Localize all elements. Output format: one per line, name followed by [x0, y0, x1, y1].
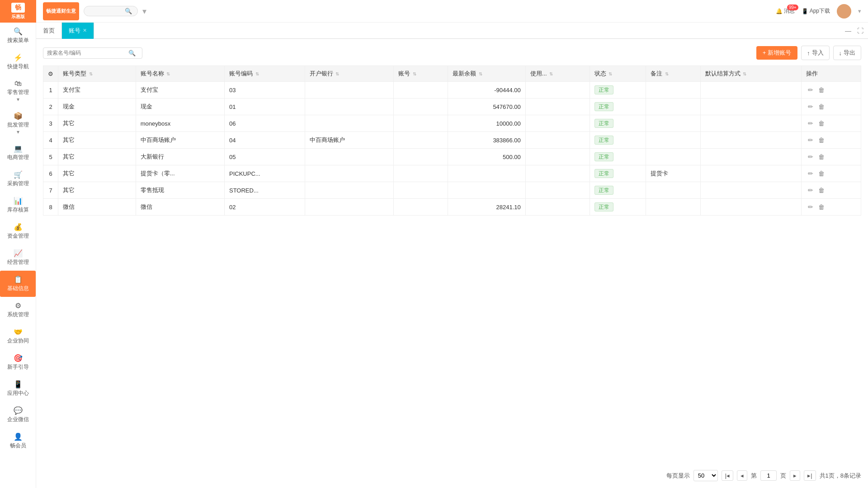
account-search-input[interactable] — [47, 50, 128, 56]
cell-status: 正常 — [590, 115, 646, 132]
page-first-button[interactable]: |◂ — [722, 470, 733, 481]
export-label: 导出 — [844, 49, 855, 57]
col-bank[interactable]: 开户银行 ⇅ — [305, 66, 393, 82]
top-logo-text: 畅捷通财生意 — [46, 8, 76, 14]
search-icon: 🔍 — [128, 50, 136, 56]
page-label: 第 — [751, 472, 757, 480]
page-number-input[interactable] — [760, 470, 777, 481]
account-search-box[interactable]: 🔍 — [43, 47, 142, 59]
sidebar-item-ecommerce[interactable]: 💻 电商管理 — [0, 140, 36, 166]
export-button[interactable]: ↓ 导出 — [833, 46, 862, 60]
user-avatar[interactable] — [837, 4, 851, 19]
col-code[interactable]: 账号编码 ⇅ — [224, 66, 305, 82]
sidebar-item-search[interactable]: 🔍 搜索菜单 — [0, 23, 36, 49]
status-badge: 正常 — [594, 119, 613, 128]
sidebar-item-label: 经营管理 — [2, 258, 33, 266]
cell-type: 其它 — [58, 165, 136, 182]
sidebar-item-label: 批发管理 — [2, 121, 33, 129]
delete-button[interactable]: 🗑 — [816, 102, 826, 111]
topbar-chevron-icon[interactable]: ▾ — [142, 6, 146, 16]
tab-minimize-button[interactable]: — — [843, 26, 854, 36]
table-row: 8 微信 微信 02 28241.10 正常 ✏ 🗑 — [43, 199, 861, 216]
col-balance-label: 最新余额 — [453, 70, 476, 77]
edit-button[interactable]: ✏ — [806, 136, 815, 145]
col-name[interactable]: 账号名称 ⇅ — [136, 66, 224, 82]
sidebar-item-member[interactable]: 👤 畅会员 — [0, 428, 36, 454]
col-code-label: 账号编码 — [229, 70, 253, 77]
delete-button[interactable]: 🗑 — [816, 85, 826, 94]
cell-name: 微信 — [136, 199, 224, 216]
tab-account[interactable]: 账号 ✕ — [62, 23, 94, 39]
sidebar-item-finance[interactable]: 💰 资金管理 — [0, 218, 36, 244]
sidebar-item-inventory[interactable]: 📊 库存核算 — [0, 192, 36, 218]
col-remark-label: 备注 — [651, 70, 662, 77]
sidebar-item-guide[interactable]: 🎯 新手引导 — [0, 349, 36, 375]
message-button[interactable]: 🔔 消息 99+ — [776, 7, 795, 15]
sidebar-item-purchase[interactable]: 🛒 采购管理 — [0, 166, 36, 192]
cell-action: ✏ 🗑 — [801, 99, 861, 115]
sidebar-item-enterprise[interactable]: 🤝 企业协同 — [0, 323, 36, 349]
tab-close-icon[interactable]: ✕ — [83, 28, 87, 33]
tab-maximize-button[interactable]: ⛶ — [855, 26, 866, 36]
cell-code: 03 — [224, 82, 305, 99]
page-next-button[interactable]: ▸ — [790, 470, 800, 481]
sidebar-item-appcenter[interactable]: 📱 应用中心 — [0, 375, 36, 402]
system-icon: ⚙ — [2, 301, 33, 310]
col-remark[interactable]: 备注 ⇅ — [646, 66, 700, 82]
edit-button[interactable]: ✏ — [806, 202, 815, 211]
page-prev-button[interactable]: ◂ — [737, 470, 747, 481]
cell-type: 微信 — [58, 199, 136, 216]
edit-button[interactable]: ✏ — [806, 186, 815, 195]
edit-button[interactable]: ✏ — [806, 152, 815, 161]
edit-button[interactable]: ✏ — [806, 119, 815, 128]
table-row: 4 其它 中百商场账户 04 中百商场账户 383866.00 正常 ✏ 🗑 — [43, 132, 861, 149]
sidebar-item-label: 搜索菜单 — [2, 37, 33, 44]
col-status[interactable]: 状态 ⇅ — [590, 66, 646, 82]
page-size-select[interactable]: 50 100 200 — [693, 470, 718, 481]
cell-settle — [700, 165, 801, 182]
retail-icon: 🛍 — [2, 80, 33, 88]
user-chevron-icon[interactable]: ▾ — [858, 8, 861, 14]
edit-button[interactable]: ✏ — [806, 169, 815, 178]
import-button[interactable]: ↑ 导入 — [801, 46, 830, 60]
delete-button[interactable]: 🗑 — [816, 119, 826, 128]
col-usage[interactable]: 使用... ⇅ — [525, 66, 590, 82]
col-type[interactable]: 账号类型 ⇅ — [58, 66, 136, 82]
cell-account — [393, 132, 448, 149]
col-balance[interactable]: 最新余额 ⇅ — [448, 66, 526, 82]
cell-settle — [700, 82, 801, 99]
cell-bank — [305, 182, 393, 199]
sidebar-item-basic[interactable]: 📋 基础信息 — [0, 271, 36, 297]
edit-button[interactable]: ✏ — [806, 85, 815, 94]
sidebar-item-shortcut[interactable]: ⚡ 快捷导航 — [0, 49, 36, 75]
download-button[interactable]: 📱 App下载 — [802, 7, 830, 15]
sort-arrows-type: ⇅ — [89, 71, 93, 76]
delete-button[interactable]: 🗑 — [816, 136, 826, 145]
sort-arrows-usage: ⇅ — [549, 71, 553, 76]
cell-balance: -90444.00 — [448, 82, 526, 99]
sort-arrows-settle: ⇅ — [743, 71, 746, 76]
sidebar-item-operations[interactable]: 📈 经营管理 — [0, 244, 36, 271]
col-settle[interactable]: 默认结算方式 ⇅ — [700, 66, 801, 82]
cell-bank — [305, 115, 393, 132]
col-settings[interactable]: ⚙ — [43, 66, 58, 82]
tab-actions: — ⛶ — [843, 26, 868, 36]
sidebar-item-retail[interactable]: 🛍 零售管理 ▾ — [0, 75, 36, 107]
page-last-button[interactable]: ▸| — [804, 470, 816, 481]
status-badge: 正常 — [594, 136, 613, 145]
topbar-search-input[interactable] — [89, 8, 125, 14]
edit-button[interactable]: ✏ — [806, 102, 815, 111]
sidebar-item-system[interactable]: ⚙ 系统管理 — [0, 297, 36, 323]
cell-settle — [700, 149, 801, 165]
delete-button[interactable]: 🗑 — [816, 186, 826, 195]
delete-button[interactable]: 🗑 — [816, 152, 826, 161]
col-account[interactable]: 账号 ⇅ — [393, 66, 448, 82]
tab-home[interactable]: 首页 — [36, 23, 62, 39]
delete-button[interactable]: 🗑 — [816, 169, 826, 178]
sidebar-item-corpwx[interactable]: 💬 企业微信 — [0, 402, 36, 428]
delete-button[interactable]: 🗑 — [816, 202, 826, 211]
sidebar-item-wholesale[interactable]: 📦 批发管理 ▾ — [0, 107, 36, 140]
add-account-button[interactable]: + 新增账号 — [756, 46, 797, 60]
topbar-search[interactable]: 🔍 — [84, 6, 138, 16]
page-go-label: 页 — [780, 472, 786, 480]
